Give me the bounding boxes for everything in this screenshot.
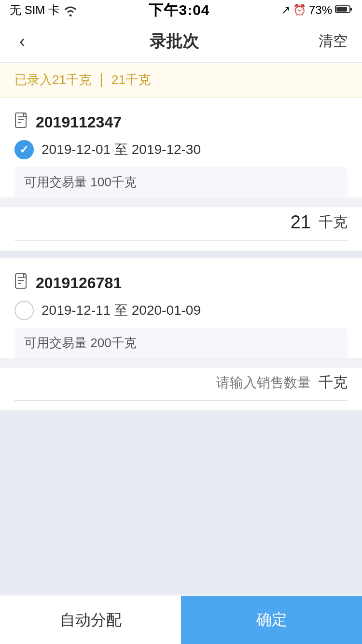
wifi-icon xyxy=(64,3,77,17)
confirm-button[interactable]: 确定 xyxy=(181,596,362,644)
batch-date-1: 2019-12-01 至 2019-12-30 xyxy=(42,140,201,159)
carrier-text: 无 SIM 卡 xyxy=(10,2,60,18)
doc-icon-1 xyxy=(14,112,30,132)
svg-rect-2 xyxy=(336,7,347,12)
quantity-row-2: 千克 xyxy=(14,368,348,401)
recorded-amount-label: 已录入21千克 xyxy=(14,71,91,88)
batch-id-1: 2019112347 xyxy=(36,113,122,131)
batch-item-header-2: 2019126781 xyxy=(14,273,348,293)
clear-button[interactable]: 清空 xyxy=(319,31,348,51)
page-title: 录批次 xyxy=(150,30,199,53)
quantity-row-1: 千克 xyxy=(14,207,348,241)
status-bar: 无 SIM 卡 下午3:04 ↗ ⏰ 73% xyxy=(0,0,362,20)
info-banner: 已录入21千克 21千克 xyxy=(0,63,362,98)
bottom-area xyxy=(0,410,362,594)
battery-percent: 73% xyxy=(309,3,332,17)
section-separator xyxy=(0,251,362,258)
batch-item-1: 2019112347 2019-12-01 至 2019-12-30 可用交易量… xyxy=(0,98,362,197)
status-time: 下午3:04 xyxy=(149,0,209,20)
doc-icon-2 xyxy=(14,273,30,293)
alarm-icon: ⏰ xyxy=(293,4,306,16)
batch-radio-2[interactable] xyxy=(14,301,34,320)
banner-divider xyxy=(101,73,102,87)
auto-distribute-button[interactable]: 自动分配 xyxy=(0,596,181,644)
location-icon: ↗ xyxy=(281,4,290,16)
footer: 自动分配 确定 xyxy=(0,596,362,644)
quantity-unit-1: 千克 xyxy=(319,212,348,232)
batch-date-row-1[interactable]: 2019-12-01 至 2019-12-30 xyxy=(14,140,348,159)
back-button[interactable]: ‹ xyxy=(14,27,30,56)
batch-date-2: 2019-12-11 至 2020-01-09 xyxy=(42,301,201,320)
recorded-amount-value: 21千克 xyxy=(111,71,151,88)
batch-date-row-2[interactable]: 2019-12-11 至 2020-01-09 xyxy=(14,301,348,320)
batch-avail-text-2: 可用交易量 200千克 xyxy=(24,336,137,350)
batch-item-2: 2019126781 2019-12-11 至 2020-01-09 可用交易量… xyxy=(0,258,362,358)
batch-avail-box-1: 可用交易量 100千克 xyxy=(14,167,348,197)
quantity-input-2[interactable] xyxy=(14,375,311,391)
quantity-input-1[interactable] xyxy=(263,212,311,233)
status-right: ↗ ⏰ 73% xyxy=(281,3,352,17)
batch-avail-box-2: 可用交易量 200千克 xyxy=(14,328,348,358)
status-left: 无 SIM 卡 xyxy=(10,2,77,18)
batch-radio-1[interactable] xyxy=(14,140,34,159)
svg-rect-1 xyxy=(350,8,352,11)
nav-bar: ‹ 录批次 清空 xyxy=(0,20,362,63)
battery-icon xyxy=(335,3,352,17)
batch-id-2: 2019126781 xyxy=(36,274,122,292)
quantity-unit-2: 千克 xyxy=(319,373,348,392)
batch-item-header-1: 2019112347 xyxy=(14,112,348,132)
batch-avail-text-1: 可用交易量 100千克 xyxy=(24,175,137,189)
